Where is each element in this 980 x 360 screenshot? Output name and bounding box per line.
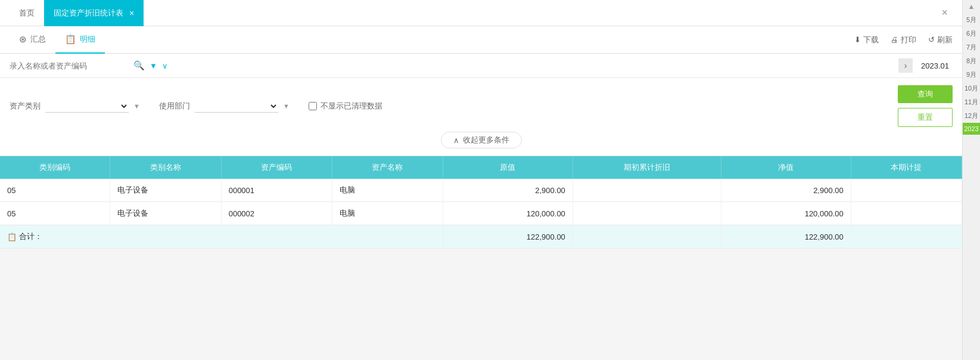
refresh-label: 刷新	[937, 35, 953, 45]
refresh-button[interactable]: ↺ 刷新	[928, 35, 953, 45]
table-row: 05 电子设备 000001 电脑 2,900.00 2,900.00	[0, 179, 962, 202]
collapse-bar: ∧ 收起更多条件	[10, 127, 953, 151]
search-icon[interactable]: 🔍	[133, 60, 145, 71]
cell-category-code: 05	[0, 202, 110, 225]
cell-original-value: 2,900.00	[443, 179, 573, 202]
table-body: 05 电子设备 000001 电脑 2,900.00 2,900.00 05 电…	[0, 179, 962, 249]
summary-icon: ⊛	[19, 34, 27, 45]
table-row: 05 电子设备 000002 电脑 120,000.00 120,000.00	[0, 202, 962, 225]
sidebar-year[interactable]: 2023	[963, 123, 980, 135]
sidebar-scroll-up[interactable]: ▲	[968, 0, 975, 13]
total-label-text: 合计：	[19, 231, 42, 242]
table-header: 类别编码 类别名称 资产编码 资产名称 原值 期初累计折旧 净值 本期计提	[0, 156, 962, 179]
col-net-value: 净值	[721, 156, 851, 179]
total-net-value: 122,900.00	[721, 225, 851, 249]
tab-detail-label: 明细	[80, 34, 95, 45]
sidebar-month-9[interactable]: 9月	[963, 68, 980, 82]
collapse-icon: ∧	[453, 136, 459, 145]
search-bar: 🔍 ▼ ∨ › 2023.01	[0, 54, 962, 78]
total-current-period	[851, 225, 962, 249]
cell-net-value: 120,000.00	[721, 202, 851, 225]
cell-initial-accumulated	[573, 179, 721, 202]
col-current-period: 本期计提	[851, 156, 962, 179]
reset-button[interactable]: 重置	[898, 108, 953, 127]
col-asset-name: 资产名称	[332, 156, 443, 179]
collapse-button[interactable]: ∧ 收起更多条件	[441, 132, 522, 148]
cell-original-value: 120,000.00	[443, 202, 573, 225]
col-category-code: 类别编码	[0, 156, 110, 179]
cell-asset-name: 电脑	[332, 202, 443, 225]
collapse-label: 收起更多条件	[463, 135, 509, 145]
tab-summary[interactable]: ⊛ 汇总	[10, 26, 55, 54]
date-display: 2023.01	[917, 60, 953, 72]
print-icon: 🖨	[891, 35, 898, 44]
nav-tab-label: 固定资产折旧统计表	[54, 8, 123, 18]
col-asset-code: 资产编码	[221, 156, 332, 179]
download-button[interactable]: ⬇ 下载	[854, 35, 879, 45]
data-table: 类别编码 类别名称 资产编码 资产名称 原值 期初累计折旧 净值 本期计提 05…	[0, 156, 962, 249]
sidebar-month-7[interactable]: 7月	[963, 41, 980, 54]
total-icon: 📋	[7, 232, 17, 241]
total-row: 📋 合计： 122,900.00 122,900.00	[0, 225, 962, 249]
filter-asset-category: 资产类别 ▼	[10, 100, 140, 113]
toolbar-actions: ⬇ 下载 🖨 打印 ↺ 刷新	[854, 35, 953, 45]
no-cleared-label: 不显示已清理数据	[321, 101, 382, 111]
sidebar-month-5[interactable]: 5月	[963, 13, 980, 27]
refresh-icon: ↺	[928, 35, 935, 44]
nav-arrow-button[interactable]: ›	[898, 58, 913, 73]
download-icon: ⬇	[854, 35, 861, 44]
main-content: 首页 固定资产折旧统计表 × × ⊛ 汇总 📋 明细 ⬇ 下载 🖨 打印 ↺	[0, 0, 980, 360]
cell-net-value: 2,900.00	[721, 179, 851, 202]
toolbar: ⊛ 汇总 📋 明细 ⬇ 下载 🖨 打印 ↺ 刷新	[0, 26, 962, 54]
department-select[interactable]	[195, 100, 278, 113]
sidebar-month-12[interactable]: 12月	[963, 109, 980, 123]
filter-actions: 查询 重置	[898, 85, 953, 127]
search-input[interactable]	[10, 59, 129, 73]
col-original-value: 原值	[443, 156, 573, 179]
cell-category-name: 电子设备	[110, 179, 221, 202]
filter-row: 资产类别 ▼ 使用部门 ▼ 不显示已清理数据 查询 重置	[10, 85, 953, 127]
total-label-cell: 📋 合计：	[0, 225, 443, 249]
table-wrapper: 类别编码 类别名称 资产编码 资产名称 原值 期初累计折旧 净值 本期计提 05…	[0, 156, 962, 360]
filter-icon: ▼	[150, 61, 157, 70]
more-filter-button[interactable]: ▼ ∨	[150, 61, 168, 70]
download-label: 下载	[863, 35, 879, 45]
cell-current-period	[851, 179, 962, 202]
detail-icon: 📋	[65, 34, 76, 45]
filter-no-cleared: 不显示已清理数据	[309, 101, 382, 111]
sidebar-month-11[interactable]: 11月	[963, 95, 980, 109]
sidebar-month-10[interactable]: 10月	[963, 82, 980, 95]
nav-tab-close-icon[interactable]: ×	[129, 8, 134, 18]
nav-tab-fixed-assets[interactable]: 固定资产折旧统计表 ×	[44, 0, 144, 26]
nav-home[interactable]: 首页	[10, 8, 44, 18]
top-nav: 首页 固定资产折旧统计表 × ×	[0, 0, 962, 26]
filter-panel: 资产类别 ▼ 使用部门 ▼ 不显示已清理数据 查询 重置	[0, 78, 962, 156]
no-cleared-checkbox[interactable]	[309, 102, 317, 110]
filter-department: 使用部门 ▼	[159, 100, 290, 113]
right-sidebar: ▲ 5月 6月 7月 8月 9月 10月 11月 12月 2023	[962, 0, 980, 360]
print-button[interactable]: 🖨 打印	[891, 35, 916, 45]
cell-category-code: 05	[0, 179, 110, 202]
search-bar-right: › 2023.01	[898, 58, 953, 73]
tab-summary-label: 汇总	[30, 34, 46, 45]
chevron-down-icon: ∨	[162, 61, 168, 70]
asset-category-label: 资产类别	[10, 101, 41, 111]
department-label: 使用部门	[159, 101, 190, 111]
tab-detail[interactable]: 📋 明细	[55, 26, 105, 54]
category-dropdown-icon: ▼	[133, 103, 140, 110]
cell-asset-code: 000002	[221, 202, 332, 225]
total-original-value: 122,900.00	[443, 225, 573, 249]
sidebar-month-8[interactable]: 8月	[963, 54, 980, 68]
asset-category-select[interactable]	[45, 100, 129, 113]
cell-initial-accumulated	[573, 202, 721, 225]
sidebar-month-6[interactable]: 6月	[963, 27, 980, 41]
col-initial-accumulated: 期初累计折旧	[573, 156, 721, 179]
print-label: 打印	[901, 35, 916, 45]
cell-asset-code: 000001	[221, 179, 332, 202]
cell-asset-name: 电脑	[332, 179, 443, 202]
col-category-name: 类别名称	[110, 156, 221, 179]
main-close-button[interactable]: ×	[937, 4, 953, 21]
query-button[interactable]: 查询	[898, 85, 953, 103]
cell-category-name: 电子设备	[110, 202, 221, 225]
cell-current-period	[851, 202, 962, 225]
